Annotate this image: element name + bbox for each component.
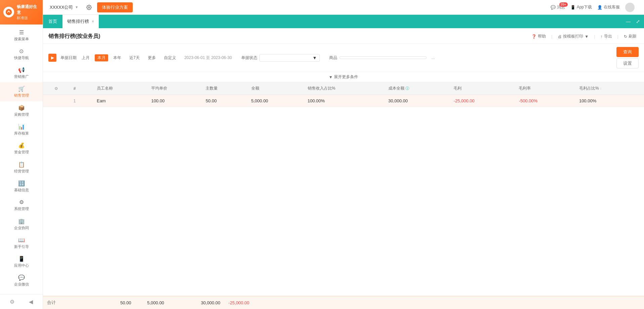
sidebar-item-marketing[interactable]: 📢 营销推广 — [0, 63, 43, 82]
sidebar-item-member[interactable]: V 畅会员 — [0, 290, 43, 294]
date-custom-btn[interactable]: 自定义 — [161, 54, 179, 62]
date-range-text: 2023-06-01 至 2023-06-30 — [184, 55, 232, 61]
enterprise-icon: 🏢 — [18, 218, 25, 224]
date-year-btn[interactable]: 本年 — [110, 54, 124, 62]
help-label: 帮助 — [538, 34, 546, 39]
sidebar-item-system[interactable]: ⚙ 系统管理 — [0, 196, 43, 214]
cell-settings — [43, 95, 70, 107]
sidebar-item-basic-info[interactable]: 🔢 基础信息 — [0, 177, 43, 196]
main-area: XXXXX公司 ▼ 体验行业方案 💬 消息 99+ 📱 App下 — [43, 0, 644, 309]
footer-cost: 30,000.00 — [197, 300, 224, 305]
basic-info-label: 基础信息 — [14, 188, 29, 192]
sidebar-settings-btn[interactable]: ⚙ — [8, 297, 16, 306]
sidebar-item-app-center[interactable]: 📱 应用中心 — [0, 252, 43, 271]
app-download-icon: 📱 — [570, 5, 575, 10]
app-logo — [3, 7, 14, 17]
tab-close-btn[interactable]: × — [92, 19, 94, 24]
svg-point-2 — [88, 7, 90, 8]
sidebar-brand: 畅康通好生意 标准版 — [17, 4, 39, 20]
system-icon: ⚙ — [19, 199, 24, 205]
col-gross-ratio: 毛利占比% ↕ — [575, 82, 644, 95]
online-service-btn[interactable]: 👤 在线客服 — [597, 4, 620, 10]
date-7days-btn[interactable]: 近7天 — [126, 54, 143, 62]
settings-filter-btn[interactable]: 设置 — [616, 58, 639, 68]
operations-icon: 📋 — [18, 161, 25, 168]
message-btn[interactable]: 💬 消息 99+ — [551, 4, 565, 10]
filter-more-icon[interactable]: ... — [431, 55, 435, 60]
sidebar-item-guide[interactable]: 📖 新手引导 — [0, 234, 43, 252]
tab-minimize-icon[interactable]: — — [625, 17, 632, 25]
basic-info-icon: 🔢 — [18, 180, 25, 187]
help-btn[interactable]: ❓ 帮助 — [529, 32, 548, 41]
table-head: ⚙ # 员工名称 平均单价 主数量 全额 销售收入占比% 成本全额 ⓘ 毛利 毛… — [43, 82, 644, 95]
col-avg-price: 平均单价 — [147, 82, 202, 95]
goods-input[interactable] — [339, 56, 427, 59]
date-filter-label: 单据日期 — [60, 55, 77, 61]
cell-main-qty: 50.00 — [202, 95, 247, 107]
company-selector[interactable]: XXXXX公司 ▼ — [47, 3, 81, 12]
print-dropdown-icon: ▼ — [585, 34, 589, 39]
tab-bar-right: — ⤢ — [625, 17, 644, 25]
sidebar-item-finance[interactable]: 💰 资金管理 — [0, 139, 43, 158]
message-icon: 💬 — [551, 5, 556, 10]
cell-rank: 1 — [70, 95, 93, 107]
app-download-btn[interactable]: 📱 App下载 — [570, 4, 592, 10]
cell-amount: 5,000.00 — [247, 95, 304, 107]
status-select[interactable]: ▼ — [259, 54, 320, 62]
sidebar-collapse-btn[interactable]: ◀ — [28, 297, 34, 306]
trial-btn[interactable]: 体验行业方案 — [97, 2, 133, 12]
sidebar-item-enterprise[interactable]: 🏢 企业协同 — [0, 215, 43, 234]
col-rank: # — [70, 82, 93, 95]
refresh-icon: ↻ — [624, 34, 627, 39]
online-service-label: 在线客服 — [604, 4, 620, 10]
col-settings[interactable]: ⚙ — [43, 82, 70, 95]
filter-expand-arrow[interactable]: ▶ — [48, 54, 56, 62]
refresh-btn[interactable]: ↻ 刷新 — [622, 32, 639, 41]
col-amount: 全额 — [247, 82, 304, 95]
tab-sales-ranking[interactable]: 销售排行榜 × — [62, 15, 99, 28]
action-divider-2: | — [594, 34, 595, 39]
topbar-settings-btn[interactable] — [84, 3, 94, 12]
data-table: ⚙ # 员工名称 平均单价 主数量 全额 销售收入占比% 成本全额 ⓘ 毛利 毛… — [43, 82, 644, 107]
message-badge: 99+ — [559, 2, 568, 7]
system-label: 系统管理 — [14, 206, 29, 211]
expand-label: 展开更多条件 — [334, 74, 358, 80]
help-icon: ❓ — [531, 34, 536, 39]
marketing-label: 营销推广 — [14, 74, 29, 79]
svg-point-1 — [8, 11, 9, 12]
user-avatar[interactable] — [625, 3, 635, 12]
cell-sales-ratio: 100.00% — [304, 95, 384, 107]
sidebar-item-sales[interactable]: 🛒 销售管理 — [0, 82, 43, 101]
col-gross: 毛利 — [449, 82, 515, 95]
enterprise-label: 企业协同 — [14, 225, 29, 230]
sidebar-item-search-order[interactable]: ☰ 搜索菜单 — [0, 26, 43, 45]
finance-label: 资金管理 — [14, 150, 29, 154]
page-container: 销售排行榜(按业务员) ❓ 帮助 | 🖨 按模板打印 ▼ | — [43, 28, 644, 309]
export-btn[interactable]: ↑ 导出 — [599, 32, 614, 41]
export-icon: ↑ — [601, 34, 603, 39]
expand-more-btn[interactable]: ▼ 展开更多条件 — [329, 74, 358, 80]
tab-home[interactable]: 首页 — [43, 15, 62, 28]
date-prev-month-btn[interactable]: 上月 — [79, 54, 93, 62]
date-current-month-btn[interactable]: 本月 — [95, 54, 108, 61]
operations-label: 经营管理 — [14, 169, 29, 173]
sidebar-item-quick-nav[interactable]: ⊙ 快捷导航 — [0, 45, 43, 63]
query-btn[interactable]: 查询 — [616, 47, 639, 57]
template-print-btn[interactable]: 🖨 按模板打印 ▼ — [556, 32, 591, 41]
export-label: 导出 — [604, 34, 612, 39]
sidebar: 畅康通好生意 标准版 ☰ 搜索菜单 ⊙ 快捷导航 📢 营销推广 🛒 销售管理 📦… — [0, 0, 43, 309]
date-more-btn[interactable]: 更多 — [145, 54, 159, 62]
sidebar-item-inventory[interactable]: 📊 库存核算 — [0, 120, 43, 139]
sidebar-item-operations[interactable]: 📋 经营管理 — [0, 158, 43, 177]
cell-cost: 30,000.00 — [384, 95, 450, 107]
cell-gross-ratio: 100.00% — [575, 95, 644, 107]
sidebar-nav: ☰ 搜索菜单 ⊙ 快捷导航 📢 营销推广 🛒 销售管理 📦 采购管理 📊 库存核… — [0, 24, 43, 294]
query-section: 查询 设置 — [616, 47, 639, 68]
tab-maximize-icon[interactable]: ⤢ — [635, 17, 641, 25]
sidebar-item-wechat[interactable]: 💬 企业微信 — [0, 271, 43, 290]
sidebar-item-purchase[interactable]: 📦 采购管理 — [0, 101, 43, 120]
footer-label: 合计 — [47, 300, 56, 306]
table-footer: 合计 50.00 5,000.00 30,000.00 -25,000.00 — [43, 296, 644, 309]
footer-gross: -25,000.00 — [224, 300, 253, 305]
table-row: 1 Eam 100.00 50.00 5,000.00 100.00% 30,0… — [43, 95, 644, 107]
